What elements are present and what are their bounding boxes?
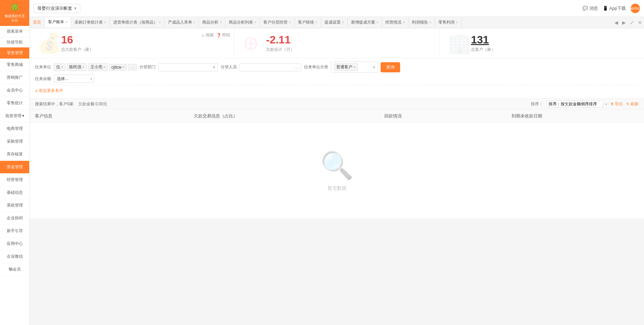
close-icon[interactable]: ×	[220, 21, 222, 24]
balance-select[interactable]: 选择...	[54, 75, 94, 83]
close-icon[interactable]: ×	[66, 20, 68, 24]
sidebar-item-inventory[interactable]: 库存核算	[0, 148, 29, 161]
query-button[interactable]: 查询	[381, 62, 400, 72]
main-area: 母婴行业演示帐套 ▾ 💬 消息 📱 App下载 demo2 首页 客户账本 ×	[30, 0, 644, 325]
tab-customer-tier[interactable]: 客户分层经营 ×	[260, 17, 295, 27]
close-icon[interactable]: ×	[342, 21, 344, 24]
balance-select-wrap[interactable]: 选择... ▾	[54, 75, 94, 83]
chevron-down-icon: ▾	[605, 102, 607, 106]
sidebar-item-newbie[interactable]: 新手引导	[0, 225, 29, 238]
tab-operations[interactable]: 经营情况 ×	[382, 17, 409, 27]
close-icon[interactable]: ×	[456, 21, 458, 24]
tab-commission-settings[interactable]: 提成设置 ×	[321, 17, 348, 27]
result-bar-left: 搜索结果中，客户0家 欠款金额 0.00元	[35, 101, 107, 107]
tab-close-icon[interactable]: ✕	[636, 20, 644, 25]
tab-customer-contact[interactable]: 客户联络 ×	[295, 17, 321, 27]
close-icon[interactable]: ×	[315, 21, 317, 24]
close-icon[interactable]: ×	[104, 21, 106, 24]
tab-product-analysis-list[interactable]: 商品分析列表 ×	[225, 17, 260, 27]
close-icon[interactable]: ×	[429, 21, 431, 24]
tabs-next-arrow[interactable]: ▶	[620, 20, 628, 25]
sidebar-item-ecommerce[interactable]: 电商管理	[0, 122, 29, 135]
sidebar-item-purchase[interactable]: 采购管理	[0, 135, 29, 148]
close-icon[interactable]: ×	[194, 21, 196, 24]
tabs-prev-arrow[interactable]: ◀	[612, 20, 620, 25]
export-icon: ⬆	[610, 102, 614, 106]
empty-text: 暂无数据	[328, 185, 346, 191]
more-icon: …	[294, 65, 298, 70]
chevron-up-icon: ∧	[35, 88, 38, 93]
tab-product-analysis[interactable]: 商品分析 ×	[199, 17, 225, 27]
quick-nav[interactable]: 快捷导航	[0, 37, 29, 47]
tab-profit-report[interactable]: 利润报告 ×	[409, 17, 435, 27]
sidebar-item-retail-mall[interactable]: 零售商城	[0, 59, 29, 71]
avatar[interactable]: demo2	[631, 4, 640, 13]
remove-tag-3[interactable]: ×	[123, 65, 125, 69]
remove-tag-1[interactable]: ×	[82, 65, 84, 69]
tab-production-inbound[interactable]: 产成品入库单 ×	[165, 17, 199, 27]
sort-select[interactable]: 排序：按欠款金额倒序排序	[546, 101, 603, 107]
stat-info-debt: -2.11 欠款合计（万）	[243, 34, 431, 52]
dept-input[interactable]: ▾	[158, 63, 218, 71]
sidebar-item-basic-info[interactable]: 基础信息	[0, 186, 29, 199]
close-icon[interactable]: ×	[403, 21, 405, 24]
stat-label-total: 总客户（家）	[471, 47, 636, 52]
filter-label-person: 分管人员	[221, 64, 237, 70]
remove-category-tag-0[interactable]: ×	[353, 65, 355, 69]
empty-illustration: 🔍	[320, 150, 354, 181]
question-icon: ❓	[216, 33, 221, 38]
remove-tag-0[interactable]: ×	[61, 65, 63, 69]
search-menu[interactable]: 搜索菜单	[0, 26, 29, 37]
sidebar-item-wholesale[interactable]: 批发管理▾	[0, 110, 29, 122]
help-btn[interactable]: ❓ 帮助	[216, 32, 230, 38]
remove-tag-2[interactable]: ×	[103, 65, 105, 69]
sort-select-wrap[interactable]: 排序：按欠款金额倒序排序 ▾	[546, 101, 607, 107]
video-help-btn[interactable]: ▷ 视频	[202, 32, 214, 38]
empty-state: 🔍 暂无数据	[30, 123, 644, 218]
sidebar-item-enterprise-collab[interactable]: 企业协同	[0, 212, 29, 225]
tab-purchase-stats[interactable]: 采购订单统计表 ×	[71, 17, 110, 27]
sidebar-item-member[interactable]: 会员中心	[0, 84, 29, 97]
export-btn[interactable]: ⬆ 导出	[610, 101, 623, 107]
tab-expand-icon[interactable]: ⤢	[628, 20, 636, 25]
refresh-btn[interactable]: ↻ 刷新	[626, 101, 639, 107]
table-header: 客户信息 欠款交易信息（占比） 回款情况 到期未收款日期	[30, 110, 644, 123]
stat-info-customers: 16 总欠款客户（家）	[38, 34, 226, 52]
close-icon[interactable]: ×	[289, 21, 291, 24]
category-tags: 普通客户 ×	[334, 63, 358, 71]
tab-add-commission[interactable]: 新增提成方案 ×	[348, 17, 382, 27]
chevron-down-icon: ▾	[373, 65, 375, 70]
category-tag-0: 普通客户 ×	[334, 63, 358, 71]
sidebar-item-vip[interactable]: 畅会员	[0, 263, 29, 276]
more-tags-btn[interactable]: …	[128, 64, 137, 71]
dept-field[interactable]	[161, 65, 212, 70]
person-field[interactable]	[243, 65, 293, 70]
chevron-down-icon: ▾	[213, 65, 215, 70]
tab-home[interactable]: 首页	[30, 17, 45, 27]
sidebar-item-system[interactable]: 系统管理	[0, 199, 29, 212]
close-icon[interactable]: ×	[159, 21, 161, 24]
retail-mgmt[interactable]: 零售管理	[0, 47, 29, 59]
tab-customer-ledger[interactable]: 客户账本 ×	[45, 17, 71, 28]
col-customer-info: 客户信息	[35, 113, 194, 119]
messages-btn[interactable]: 💬 消息	[583, 5, 598, 11]
close-icon[interactable]: ×	[377, 21, 379, 24]
app-download-btn[interactable]: 📱 App下载	[603, 5, 626, 11]
sidebar-item-operations[interactable]: 经营管理	[0, 174, 29, 186]
tab-retail-profit[interactable]: 零售利润 ×	[435, 17, 462, 27]
close-icon[interactable]: ×	[254, 21, 256, 24]
sidebar-item-finance[interactable]: 资金管理	[0, 161, 29, 174]
collapse-btn[interactable]: ∧ 收起更多条件	[35, 86, 639, 95]
sort-label: 排序：	[531, 101, 543, 107]
sidebar-item-app-center[interactable]: 应用中心	[0, 238, 29, 250]
topbar: 母婴行业演示帐套 ▾ 💬 消息 📱 App下载 demo2	[30, 0, 644, 17]
person-input[interactable]: …	[240, 63, 301, 71]
col-due-date: 到期未收款日期	[512, 113, 639, 119]
account-selector[interactable]: 母婴行业演示帐套 ▾	[34, 4, 80, 13]
stat-label-debt: 欠款合计（万）	[266, 47, 431, 52]
sidebar-item-retail-stats[interactable]: 零售统计	[0, 97, 29, 110]
tab-inbound-stats[interactable]: 进货单统计表（按商品） ×	[110, 17, 165, 27]
sidebar-item-wechat[interactable]: 企业微信	[0, 250, 29, 263]
sidebar-item-marketing[interactable]: 营销推广	[0, 71, 29, 84]
col-debt-info: 欠款交易信息（占比）	[194, 113, 384, 119]
